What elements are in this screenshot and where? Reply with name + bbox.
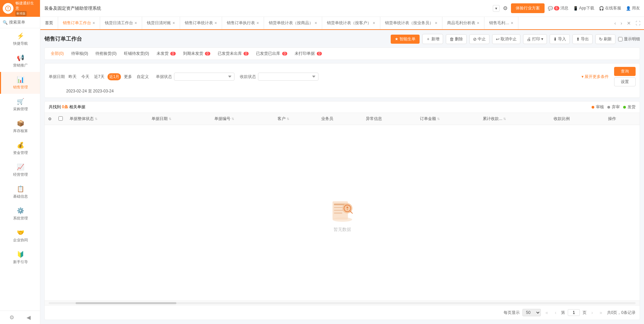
tab-close-icon[interactable]: ✕ (511, 21, 513, 25)
date-opt-more[interactable]: 更多 (122, 73, 134, 80)
tab-close-icon[interactable]: ✕ (172, 21, 175, 25)
sidebar-item-operations[interactable]: 📈 经营管理 (0, 159, 40, 181)
subtab-pending-review[interactable]: 待审核(0) (68, 49, 92, 58)
expand-filter-button[interactable]: ▾ 展开更多条件 (582, 74, 609, 80)
tabbar-prev-icon[interactable]: ‹ (613, 20, 618, 27)
per-page-select[interactable]: 50 20 100 (522, 309, 541, 316)
refresh-button[interactable]: ↻ 刷新 (595, 34, 615, 44)
date-opt-custom[interactable]: 自定义 (135, 73, 151, 80)
filter-payment-select[interactable] (258, 73, 318, 81)
hscroll-thumb[interactable] (76, 302, 176, 304)
delete-button[interactable]: 🗑 删除 (446, 34, 467, 44)
smart-gen-button[interactable]: ★ 智能生单 (391, 35, 420, 44)
th-settings[interactable]: ⚙ (45, 113, 55, 125)
online-service-item[interactable]: 🎧 在线客服 (599, 5, 621, 11)
tab-close-icon[interactable]: ✕ (134, 21, 137, 25)
print-button[interactable]: 🖨 打印 ▾ (523, 34, 547, 44)
sort-icon[interactable]: ⇅ (231, 117, 234, 121)
user-item[interactable]: 👤 用友 (626, 5, 640, 11)
subtab-not-printed[interactable]: 未打印单据 0 (291, 49, 325, 58)
page-first-icon[interactable]: « (544, 309, 550, 316)
tab-sales-order-exec[interactable]: 销售订单执行表 ✕ (222, 17, 264, 29)
import-icon: ⬇ (553, 37, 557, 42)
tab-close-icon[interactable]: ✕ (435, 21, 437, 25)
sort-icon[interactable]: ⇅ (287, 117, 289, 121)
sidebar-item-finance[interactable]: 💰 资金管理 (0, 137, 40, 159)
tab-sales-stats-customer[interactable]: 销货单统计表（按客户） ✕ (322, 17, 380, 29)
tab-close-icon[interactable]: ✕ (92, 21, 95, 25)
stop-button[interactable]: ⊘ 中止 (469, 34, 489, 44)
quick-review-action[interactable]: 审核 (592, 104, 604, 110)
message-icon-item[interactable]: 💬 6 消息 (548, 5, 568, 11)
tabbar-next-icon[interactable]: › (619, 20, 624, 27)
sidebar-search[interactable]: 🔍 搜索菜单 (0, 17, 40, 28)
page-prev-icon[interactable]: ‹ (553, 309, 559, 316)
subtab-wangpu[interactable]: 旺铺待发货(0) (121, 49, 153, 58)
tab-close-icon[interactable]: ✕ (314, 21, 317, 25)
date-opt-today[interactable]: 今天 (80, 73, 91, 80)
tab-label: 钱货日清工作台 (105, 20, 133, 26)
sidebar-item-purchase[interactable]: 🛒 采购管理 (0, 94, 40, 116)
tab-daily-cash[interactable]: 钱货日清工作台 ✕ (100, 17, 142, 29)
tab-close-icon[interactable]: ✕ (214, 21, 217, 25)
page-next-icon[interactable]: › (589, 309, 595, 316)
sort-icon[interactable]: ⇅ (437, 117, 440, 121)
topbar-gear-icon[interactable]: ⚙ (503, 5, 508, 11)
sidebar-item-inventory[interactable]: 📦 库存核算 (0, 116, 40, 137)
hscroll-track[interactable] (49, 302, 636, 304)
sidebar-item-enterprise[interactable]: 🤝 企业协同 (0, 225, 40, 247)
tab-sales-order-stats[interactable]: 销售订单统计表 ✕ (180, 17, 222, 29)
export-button[interactable]: ⬆ 导出 (572, 34, 593, 44)
page-number-input[interactable]: 1 (568, 309, 580, 316)
tab-close-icon[interactable]: ✕ (373, 21, 375, 25)
sidebar-item-quick-nav[interactable]: ⚡ 快捷导航 (0, 28, 40, 50)
show-detail-input[interactable] (618, 37, 622, 41)
page-last-icon[interactable]: » (598, 309, 604, 316)
sidebar-item-guide[interactable]: 🔰 新手引导 (0, 247, 40, 269)
quick-cancel-review-action[interactable]: 弃审 (607, 104, 620, 110)
app-download-item[interactable]: 📱 App下载 (573, 5, 594, 11)
collapse-sidebar-icon[interactable]: ◀ (27, 314, 31, 321)
sidebar-item-sales[interactable]: 📊 销售管理 (0, 72, 40, 94)
subtab-not-shipped[interactable]: 未发货 0 (153, 49, 179, 58)
select-all-checkbox[interactable] (58, 116, 63, 121)
solution-button[interactable]: 体验行业方案 (511, 3, 545, 13)
tab-sales-stats-product[interactable]: 销货单统计表（按商品） ✕ (264, 17, 322, 29)
tab-product-margin[interactable]: 商品毛利分析表 ✕ (442, 17, 484, 29)
tab-close-icon[interactable]: ✕ (477, 21, 479, 25)
subtab-overdue[interactable]: 到期未发货 0 (180, 49, 214, 58)
topbar-dropdown[interactable]: ▾ (493, 5, 500, 12)
tab-sales-gross[interactable]: 销售毛利… ✕ (484, 17, 518, 29)
sort-icon[interactable]: ⇅ (169, 117, 171, 121)
filter-status-select[interactable] (174, 73, 234, 81)
subtab-pending-inspect[interactable]: 待抢验货(0) (92, 49, 120, 58)
sort-icon[interactable]: ⇅ (503, 117, 506, 121)
setting-button[interactable]: 设置 (614, 77, 636, 86)
tab-cash-inventory[interactable]: 钱货日清对账 ✕ (142, 17, 180, 29)
tabbar-maximize-icon[interactable]: ⛶ (634, 20, 642, 27)
settings-bottom-icon[interactable]: ⚙ (9, 314, 14, 321)
date-opt-1month[interactable]: 近1月 (108, 73, 121, 80)
tab-sales-stats-staff[interactable]: 销货单统计表（按业务员） ✕ (380, 17, 442, 29)
quick-ship-action[interactable]: 发货 (623, 104, 636, 110)
th-exception: 异常信息 (362, 113, 417, 125)
sidebar-item-base-info[interactable]: 📋 基础信息 (0, 181, 40, 203)
sidebar-item-system[interactable]: ⚙️ 系统管理 (0, 203, 40, 225)
sort-icon[interactable]: ⇅ (95, 117, 97, 121)
tabbar-close-all-icon[interactable]: ✕ (625, 20, 633, 27)
tab-sales-order-workbench[interactable]: 销售订单工作台 ✕ (58, 17, 100, 30)
subtab-all[interactable]: 全部(0) (47, 49, 67, 58)
query-button[interactable]: 查询 (614, 67, 636, 76)
subtab-shipped-out[interactable]: 已发货已出库 0 (253, 49, 291, 58)
add-button[interactable]: ＋ 新增 (422, 34, 443, 44)
tab-close-icon[interactable]: ✕ (256, 21, 259, 25)
date-opt-7days[interactable]: 近7天 (92, 73, 106, 80)
th-checkbox[interactable] (55, 113, 66, 125)
subtab-shipped-not-out[interactable]: 已发货未出库 0 (214, 49, 252, 58)
cancel-stop-button[interactable]: ↩ 取消中止 (492, 34, 520, 44)
show-detail-checkbox[interactable]: 显示明细 (618, 36, 640, 42)
sidebar-item-marketing[interactable]: 📢 营销推广 (0, 50, 40, 72)
date-opt-yesterday[interactable]: 昨天 (67, 73, 78, 80)
import-button[interactable]: ⬇ 导入 (550, 34, 570, 44)
tab-home[interactable]: 首页 (40, 17, 58, 29)
